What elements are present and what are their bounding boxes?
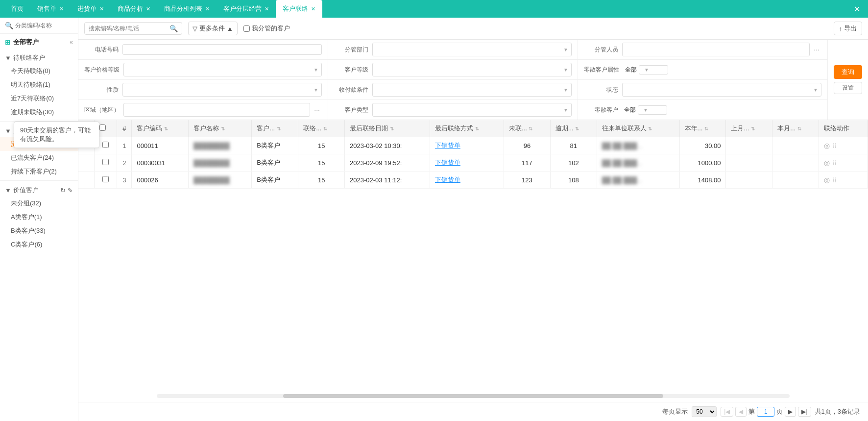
filter-cell-zero-attr: 零散客户属性 全部 ▼ — [578, 60, 827, 79]
last-contact-method-column-header[interactable]: 最后联络方式 — [430, 120, 504, 137]
row-last-month — [726, 154, 772, 172]
export-button[interactable]: ↑ 导出 — [834, 22, 863, 35]
region-select[interactable] — [123, 103, 310, 117]
more-conditions-button[interactable]: ▽ 更多条件 ▲ — [188, 22, 238, 35]
more-icon[interactable]: ··· — [312, 106, 322, 114]
page-input[interactable] — [757, 407, 774, 417]
row-checkbox-cell[interactable] — [95, 154, 117, 172]
status-select[interactable]: ▼ — [622, 83, 821, 97]
code-column-header[interactable]: 客户编码 — [132, 120, 189, 137]
type-column-header[interactable]: 客户... — [252, 120, 298, 137]
customer-level-select[interactable]: ▼ — [372, 63, 572, 76]
close-icon[interactable]: ✕ — [59, 6, 64, 12]
no-contact-column-header[interactable]: 未联... — [504, 120, 550, 137]
row-actions[interactable]: ◎ ⁞⁞ — [819, 172, 868, 189]
page-unit-label: 页 — [776, 407, 783, 416]
sidebar-group-pending[interactable]: ▼ 待联络客户 — [0, 50, 78, 64]
sidebar-item-tomorrow[interactable]: 明天待联络(1) — [0, 78, 78, 92]
close-icon[interactable]: ✕ — [146, 6, 150, 12]
person-select[interactable] — [622, 43, 810, 56]
row-checkbox[interactable] — [102, 142, 109, 148]
collapse-icon[interactable]: « — [70, 39, 73, 46]
filter-search-box[interactable]: 🔍 — [84, 22, 182, 35]
this-year-column-header[interactable]: 本年... — [679, 120, 726, 137]
sidebar-item-b-class[interactable]: B类客户(33) — [0, 224, 78, 238]
edit-icon[interactable]: ✎ — [68, 187, 73, 194]
close-icon[interactable]: ✕ — [265, 6, 269, 12]
tab-purchase[interactable]: 进货单 ✕ — [71, 0, 111, 18]
my-customers-checkbox[interactable] — [243, 25, 250, 32]
more-icon[interactable]: ··· — [812, 46, 821, 53]
sidebar-item-overdue[interactable]: 逾期未联络(30) — [0, 105, 78, 119]
row-last-contact-method[interactable]: 下销货单 — [430, 154, 504, 172]
row-this-month — [772, 172, 819, 189]
contact-icon[interactable]: ◎ — [824, 159, 830, 167]
row-actions[interactable]: ◎ ⁞⁞ — [819, 154, 868, 172]
contact-icon[interactable]: ◎ — [824, 142, 830, 149]
sidebar-item-7days[interactable]: 近7天待联络(0) — [0, 92, 78, 105]
horizontal-scrollbar-track[interactable] — [157, 394, 790, 398]
row-index: 1 — [117, 137, 132, 154]
tab-analysis-list[interactable]: 商品分析列表 ✕ — [157, 0, 217, 18]
last-page-button[interactable]: ▶| — [798, 407, 811, 417]
payment-select[interactable]: ▼ — [372, 83, 572, 97]
prev-page-button[interactable]: ◀ — [735, 407, 747, 417]
sidebar-item-today[interactable]: 今天待联络(0) — [0, 64, 78, 78]
tab-customer-tier[interactable]: 客户分层经营 ✕ — [217, 0, 276, 18]
last-month-column-header[interactable]: 上月... — [726, 120, 772, 137]
contact-icon[interactable]: ◎ — [824, 176, 830, 184]
my-customers-checkbox-label[interactable]: 我分管的客户 — [243, 24, 290, 33]
name-column-header[interactable]: 客户名称 — [189, 120, 252, 137]
sidebar-item-a-class[interactable]: A类客户(1) — [0, 210, 78, 224]
row-checkbox[interactable] — [102, 159, 109, 165]
price-level-select[interactable]: ▼ — [123, 63, 322, 76]
tab-sales[interactable]: 销售单 ✕ — [30, 0, 71, 18]
data-table: ⚙ # 客户编码 客户名称 客户... — [78, 120, 868, 189]
sidebar-search-input[interactable] — [15, 22, 73, 29]
more-actions-icon[interactable]: ⁞⁞ — [833, 142, 837, 149]
contact-count-column-header[interactable]: 联络... — [298, 120, 345, 137]
sidebar-item-ungrouped[interactable]: 未分组(32) — [0, 197, 78, 210]
horizontal-scrollbar-thumb[interactable] — [283, 394, 663, 398]
this-month-column-header[interactable]: 本月... — [772, 120, 819, 137]
contact-person-column-header[interactable]: 往来单位联系人 — [597, 120, 679, 137]
more-actions-icon[interactable]: ⁞⁞ — [833, 176, 837, 184]
row-checkbox-cell[interactable] — [95, 172, 117, 189]
sidebar-item-declining[interactable]: 持续下滑客户(2) — [0, 165, 78, 178]
settings-button[interactable]: 设置 — [834, 82, 862, 94]
overdue-column-header[interactable]: 逾期... — [550, 120, 597, 137]
search-input[interactable] — [89, 25, 169, 32]
phone-input[interactable] — [122, 44, 322, 55]
first-page-button[interactable]: |◀ — [721, 407, 733, 417]
close-icon[interactable]: ✕ — [99, 6, 104, 12]
customer-type-select[interactable]: ▼ — [372, 103, 572, 117]
row-checkbox[interactable] — [102, 176, 109, 182]
zero-attr-select[interactable]: ▼ — [639, 65, 668, 74]
row-last-contact-method[interactable]: 下销货单 — [430, 172, 504, 189]
select-all-checkbox[interactable] — [99, 124, 106, 131]
close-icon[interactable]: ✕ — [205, 6, 210, 12]
zero-customer-select[interactable]: ▼ — [638, 105, 667, 115]
horizontal-scrollbar-area[interactable] — [78, 390, 868, 402]
window-close-button[interactable]: ✕ — [850, 4, 864, 14]
tab-home[interactable]: 首页 — [4, 0, 30, 18]
sidebar-group-value[interactable]: ▼ 价值客户 ↻ ✎ — [0, 183, 78, 197]
row-actions[interactable]: ◎ ⁞⁞ — [819, 137, 868, 154]
tab-analysis[interactable]: 商品分析 ✕ — [111, 0, 157, 18]
refresh-icon[interactable]: ↻ — [60, 187, 66, 194]
sidebar-all-customers[interactable]: ⊞ 全部客户 « — [0, 34, 78, 50]
query-button[interactable]: 查询 — [834, 65, 862, 79]
dept-select[interactable]: ▼ — [372, 43, 572, 56]
sidebar-item-c-class[interactable]: C类客户(6) — [0, 238, 78, 251]
tab-customer-contact[interactable]: 客户联络 ✕ — [276, 0, 322, 18]
last-contact-date-column-header[interactable]: 最后联络日期 — [345, 120, 430, 137]
nature-select[interactable]: ▼ — [122, 83, 322, 97]
chevron-down-icon: ▼ — [563, 67, 568, 73]
next-page-button[interactable]: ▶ — [785, 407, 796, 417]
row-last-contact-method[interactable]: 下销货单 — [430, 137, 504, 154]
close-icon[interactable]: ✕ — [311, 6, 315, 12]
sidebar-item-churned[interactable]: 已流失客户(24) — [0, 151, 78, 165]
more-actions-icon[interactable]: ⁞⁞ — [833, 159, 837, 167]
per-page-select[interactable]: 50 100 200 — [692, 406, 717, 417]
search-submit-icon[interactable]: 🔍 — [169, 25, 178, 32]
